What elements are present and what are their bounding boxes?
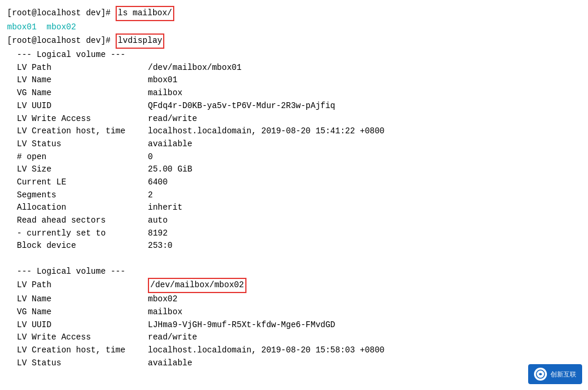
lv1-allocation: Allocationinherit <box>7 201 581 214</box>
lv1-path: LV Path/dev/mailbox/mbox01 <box>7 62 581 75</box>
lv1-current-le: Current LE6400 <box>7 176 581 189</box>
lv2-vgname: VG Namemailbox <box>7 306 581 319</box>
logo-text: 创新互联 <box>550 370 576 379</box>
lv1-block-device: Block device253:0 <box>7 240 581 253</box>
lv1-creation: LV Creation host, timelocalhost.localdom… <box>7 125 581 138</box>
lv1-name: LV Namembox01 <box>7 74 581 87</box>
lv1-write-access: LV Write Accessread/write <box>7 113 581 126</box>
output-mbox-list: mbox01 mbox02 <box>7 21 581 34</box>
command-lvdisplay: lvdisplay <box>116 33 165 49</box>
lv1-uuid: LV UUIDQFdq4r-D0KB-ya5v-tP6V-Mdur-2R3w-p… <box>7 100 581 113</box>
logo-icon <box>534 368 547 381</box>
lv2-creation: LV Creation host, timelocalhost.localdom… <box>7 344 581 357</box>
lv1-vgname: VG Namemailbox <box>7 87 581 100</box>
command-line-2: [root@localhost dev]# lvdisplay <box>7 33 581 49</box>
lv-section-2-header: --- Logical volume --- <box>7 265 581 278</box>
logo-area: 创新互联 <box>528 364 582 384</box>
spacer <box>36 21 46 34</box>
command-ls: ls mailbox/ <box>116 6 174 21</box>
blank-line <box>7 253 581 265</box>
lv1-segments: Segments2 <box>7 189 581 202</box>
lv1-currently-set: - currently set to8192 <box>7 227 581 240</box>
command-line-1: [root@localhost dev]# ls mailbox/ <box>7 6 581 21</box>
terminal: [root@localhost dev]# ls mailbox/ mbox01… <box>0 0 588 390</box>
lv-section-1-header: --- Logical volume --- <box>7 49 581 62</box>
prompt-2: [root@localhost dev]# <box>7 35 116 48</box>
lv1-read-ahead: Read ahead sectorsauto <box>7 214 581 227</box>
mbox01-text: mbox01 <box>7 21 36 34</box>
lv1-size: LV Size25.00 GiB <box>7 163 581 176</box>
lv2-uuid: LV UUIDLJHma9-VjGH-9muf-R5Xt-kfdw-Mge6-F… <box>7 319 581 332</box>
lv2-write-access: LV Write Accessread/write <box>7 331 581 344</box>
lv1-status: LV Statusavailable <box>7 138 581 151</box>
lv2-path: LV Path/dev/mailbox/mbox02 <box>7 278 581 293</box>
lv2-status: LV Statusavailable <box>7 357 581 370</box>
lv2-path-value: /dev/mailbox/mbox02 <box>148 278 246 293</box>
mbox02-text: mbox02 <box>46 21 76 34</box>
lv2-name: LV Namembox02 <box>7 293 581 306</box>
logo-svg <box>536 369 545 379</box>
prompt-1: [root@localhost dev]# <box>7 7 116 20</box>
lv1-open: # open0 <box>7 151 581 164</box>
